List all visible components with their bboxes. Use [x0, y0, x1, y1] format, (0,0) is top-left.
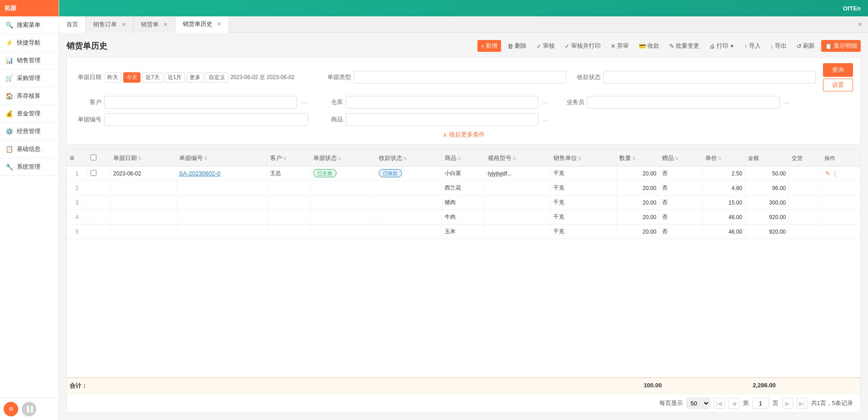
tab-sales-history-close[interactable]: ✕ [217, 16, 221, 32]
audit-button[interactable]: ✓ 审核 [533, 40, 558, 52]
th-price[interactable]: 单价⇅ [702, 150, 745, 166]
new-button[interactable]: + 新增 [477, 40, 502, 52]
row-doc-no[interactable] [176, 181, 267, 195]
th-customer[interactable]: 客户⇅ [267, 150, 311, 166]
next-page-btn[interactable]: ▶ [782, 398, 793, 409]
date-1month-btn[interactable]: 近1月 [165, 72, 185, 83]
sidebar-bottom-btn1[interactable]: ⚙ [4, 402, 18, 416]
th-settings[interactable]: ⚙ [67, 150, 87, 166]
print-button[interactable]: 🖨 打印 ▼ [706, 40, 738, 52]
goods-input[interactable] [346, 113, 538, 126]
sidebar-item-inventory[interactable]: 🏠 库存核算 [0, 87, 59, 105]
sidebar-item-basic-info[interactable]: 📋 基础信息 [0, 140, 59, 158]
th-operation: 操作 [821, 150, 860, 166]
page-header: 销货单历史 + 新增 🗑 删除 ✓ 审核 ✓ 审核并打印 [66, 40, 861, 52]
goods-dots[interactable]: ··· [541, 116, 550, 123]
tab-home[interactable]: 首页 [59, 16, 86, 33]
tab-sales-history[interactable]: 销货单历史 ✕ [176, 16, 229, 33]
doc-type-select[interactable] [354, 71, 566, 84]
customer-label: 客户 [74, 98, 101, 106]
row-checkbox[interactable] [87, 210, 110, 225]
date-today-btn[interactable]: 今天 [123, 72, 140, 83]
op-more-btn[interactable]: ⋮ [831, 170, 839, 177]
row-qty: 20.00 [616, 210, 659, 225]
last-page-btn[interactable]: ▶| [797, 398, 808, 409]
row-goods: 玉米 [442, 225, 485, 239]
date-yesterday-btn[interactable]: 昨天 [104, 72, 121, 83]
sales-person-dots[interactable]: ··· [783, 99, 791, 106]
set-button[interactable]: 设置 [823, 79, 853, 91]
row-checkbox[interactable] [87, 166, 110, 181]
th-checkbox[interactable] [87, 150, 110, 166]
tabs-close-all[interactable]: ✕ [852, 21, 868, 28]
row-doc-no[interactable] [176, 225, 267, 239]
row-transaction [789, 210, 821, 225]
page-input[interactable] [753, 398, 769, 409]
prev-page-btn[interactable]: ◀ [728, 398, 739, 409]
filter-payment-status: 收款状态 [573, 71, 816, 84]
audit-print-button[interactable]: ✓ 审核并打印 [561, 40, 604, 52]
th-spec[interactable]: 规格型号⇅ [485, 150, 551, 166]
import-button[interactable]: ↑ 导入 [741, 40, 764, 52]
doc-no-input[interactable] [104, 113, 308, 126]
row-doc-no[interactable] [176, 210, 267, 225]
footer-total-qty: 100.00 [644, 382, 662, 390]
op-edit-btn[interactable]: ✎ [824, 170, 831, 177]
sidebar-item-ops-mgmt[interactable]: ⚙️ 经营管理 [0, 123, 59, 140]
date-7days-btn[interactable]: 近7天 [142, 72, 163, 83]
th-doc-no[interactable]: 单据编号⇅ [176, 150, 267, 166]
row-doc-no[interactable] [176, 195, 267, 210]
row-operation [821, 225, 860, 239]
show-detail-button[interactable]: 📋 显示明细 [821, 40, 861, 52]
row-checkbox[interactable] [87, 181, 110, 195]
select-all-checkbox[interactable] [90, 155, 96, 160]
date-more-btn[interactable]: 更多 [186, 72, 204, 83]
th-goods[interactable]: 商品⇅ [442, 150, 485, 166]
page-size-select[interactable]: 10 20 50 100 [687, 398, 710, 409]
export-button[interactable]: ↓ 导出 [767, 40, 791, 52]
payment-status-select[interactable] [603, 71, 816, 84]
sidebar-item-purchase-mgmt[interactable]: 🛒 采购管理 [0, 70, 59, 87]
th-doc-status[interactable]: 单据状态⇅ [310, 150, 376, 166]
th-gift[interactable]: 赠品⇅ [659, 150, 702, 166]
warehouse-input[interactable] [346, 96, 538, 109]
row-doc-no[interactable]: SA-20230602-0 [176, 166, 267, 181]
row-unit: 千克 [551, 225, 617, 239]
row-amount: 300.00 [745, 195, 789, 210]
sidebar-item-fund-mgmt[interactable]: 💰 资金管理 [0, 105, 59, 123]
row-customer [267, 210, 311, 225]
query-button[interactable]: 查询 [823, 63, 853, 77]
page-title: 销货单历史 [66, 40, 107, 51]
row-checkbox[interactable] [87, 225, 110, 239]
sidebar-item-quick-nav[interactable]: ⚡ 快捷导航 [0, 34, 59, 52]
customer-input[interactable] [104, 96, 297, 109]
sidebar-item-sales-mgmt[interactable]: 📊 销售管理 [0, 52, 59, 70]
refresh-button[interactable]: ↺ 刷新 [793, 40, 818, 52]
th-date[interactable]: 单据日期⇅ [110, 150, 176, 166]
th-unit[interactable]: 销售单位⇅ [551, 150, 617, 166]
batch-change-button[interactable]: ✎ 批量变更 [666, 40, 703, 52]
delete-button[interactable]: 🗑 删除 [504, 40, 530, 52]
tab-sales-delivery-close[interactable]: ✕ [163, 16, 168, 33]
row-price: 2.50 [702, 166, 745, 181]
collect-button[interactable]: 💳 收款 [635, 40, 663, 52]
table-row: 4牛肉千克20.00否46.00920.00 [67, 210, 860, 225]
collapse-btn[interactable]: ∧ 收起更多条件 [74, 130, 853, 139]
row-customer: 王总 [267, 166, 311, 181]
tab-sales-order-close[interactable]: ✕ [121, 16, 126, 33]
tab-sales-order[interactable]: 销售订单 ✕ [86, 16, 134, 33]
first-page-btn[interactable]: |◀ [714, 398, 725, 409]
sidebar-item-sys-mgmt[interactable]: 🔧 系统管理 [0, 158, 59, 176]
warehouse-dots[interactable]: ··· [541, 99, 550, 106]
row-unit: 千克 [551, 166, 617, 181]
sidebar-bottom-btn2[interactable]: ▐▐ [22, 402, 36, 416]
th-payment-status[interactable]: 收款状态⇅ [376, 150, 442, 166]
sidebar-item-search-menu[interactable]: 🔍 搜索菜单 [0, 16, 59, 34]
customer-dots[interactable]: ··· [300, 99, 308, 106]
row-checkbox[interactable] [87, 195, 110, 210]
date-custom-btn[interactable]: 自定义 [206, 72, 228, 83]
sales-person-input[interactable] [587, 96, 780, 109]
th-qty[interactable]: 数量⇅ [616, 150, 659, 166]
abandon-button[interactable]: ✕ 弃审 [607, 40, 632, 52]
tab-sales-delivery[interactable]: 销货单 ✕ [134, 16, 176, 33]
